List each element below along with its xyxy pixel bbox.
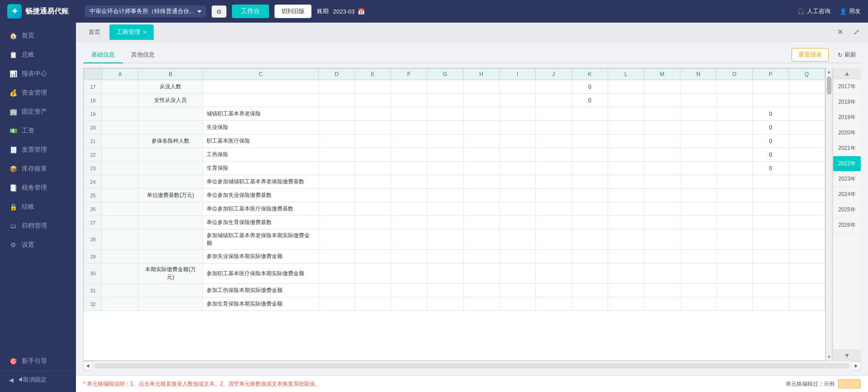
year-scroll-up-button[interactable]: ▲ bbox=[833, 68, 861, 79]
cell-30-c[interactable]: 参加职工基本医疗保险本期实际缴费金额 bbox=[203, 263, 319, 284]
cell-17-a[interactable] bbox=[102, 80, 138, 94]
cell-26-k[interactable] bbox=[571, 202, 608, 216]
cell-31-k[interactable] bbox=[571, 284, 608, 297]
calendar-icon[interactable]: 📅 bbox=[358, 8, 365, 15]
cell-26-d[interactable] bbox=[318, 202, 354, 216]
cell-22-f[interactable] bbox=[391, 148, 427, 162]
cell-18-a[interactable] bbox=[102, 94, 138, 107]
cell-28-m[interactable] bbox=[644, 229, 680, 250]
cell-21-c[interactable]: 职工基本医疗保险 bbox=[203, 134, 319, 148]
cell-26-b[interactable] bbox=[138, 202, 203, 216]
cell-26-m[interactable] bbox=[644, 202, 680, 216]
cell-18-f[interactable] bbox=[391, 94, 427, 107]
sidebar-item-asset[interactable]: 🏢 固定资产 bbox=[0, 102, 76, 121]
cell-18-j[interactable] bbox=[535, 94, 571, 107]
cell-20-q[interactable] bbox=[788, 121, 825, 134]
cell-27-i[interactable] bbox=[499, 216, 535, 229]
cell-22-a[interactable] bbox=[102, 148, 138, 162]
cell-28-f[interactable] bbox=[391, 229, 427, 250]
cell-17-h[interactable] bbox=[463, 80, 499, 94]
cell-28-n[interactable] bbox=[680, 229, 716, 250]
cell-23-o[interactable] bbox=[716, 162, 752, 175]
cell-18-b[interactable]: 女性从业人员 bbox=[138, 94, 203, 107]
cell-32-c[interactable]: 参加生育保险本期实际缴费金额 bbox=[203, 297, 319, 311]
cell-28-i[interactable] bbox=[499, 229, 535, 250]
tab-close-icon[interactable]: × bbox=[143, 29, 146, 36]
cell-19-k[interactable] bbox=[571, 107, 608, 121]
cell-28-l[interactable] bbox=[608, 229, 644, 250]
cell-28-b[interactable] bbox=[138, 229, 203, 250]
cell-22-h[interactable] bbox=[463, 148, 499, 162]
cell-24-q[interactable] bbox=[788, 175, 825, 189]
cell-25-j[interactable] bbox=[535, 189, 571, 202]
cell-24-h[interactable] bbox=[463, 175, 499, 189]
cell-18-d[interactable] bbox=[318, 94, 354, 107]
cell-23-f[interactable] bbox=[391, 162, 427, 175]
cell-27-b[interactable] bbox=[138, 216, 203, 229]
scroll-thumb[interactable] bbox=[827, 76, 831, 95]
cell-25-d[interactable] bbox=[318, 189, 354, 202]
cell-32-l[interactable] bbox=[608, 297, 644, 311]
cell-24-d[interactable] bbox=[318, 175, 354, 189]
cell-28-o[interactable] bbox=[716, 229, 752, 250]
cell-22-k[interactable] bbox=[571, 148, 608, 162]
cell-27-j[interactable] bbox=[535, 216, 571, 229]
cell-21-h[interactable] bbox=[463, 134, 499, 148]
cell-29-l[interactable] bbox=[608, 250, 644, 263]
cell-22-q[interactable] bbox=[788, 148, 825, 162]
cell-21-o[interactable] bbox=[716, 134, 752, 148]
cell-30-m[interactable] bbox=[644, 263, 680, 284]
cell-30-i[interactable] bbox=[499, 263, 535, 284]
cell-23-h[interactable] bbox=[463, 162, 499, 175]
cell-30-p[interactable] bbox=[752, 263, 788, 284]
cell-26-h[interactable] bbox=[463, 202, 499, 216]
year-item-2020[interactable]: 2020年 bbox=[833, 125, 861, 141]
cell-19-j[interactable] bbox=[535, 107, 571, 121]
sidebar-item-tax[interactable]: 📑 税务管理 bbox=[0, 178, 76, 197]
horizontal-scrollbar[interactable]: ◄ ► bbox=[83, 361, 861, 370]
cell-30-f[interactable] bbox=[391, 263, 427, 284]
cell-28-q[interactable] bbox=[788, 229, 825, 250]
cell-21-m[interactable] bbox=[644, 134, 680, 148]
cell-19-q[interactable] bbox=[788, 107, 825, 121]
cell-31-c[interactable]: 参加工伤保险本期实际缴费金额 bbox=[203, 284, 319, 297]
cell-24-l[interactable] bbox=[608, 175, 644, 189]
cell-31-o[interactable] bbox=[716, 284, 752, 297]
cell-25-k[interactable] bbox=[571, 189, 608, 202]
cell-28-c[interactable]: 参加城镇职工基本养老保险本期实际缴费金额 bbox=[203, 229, 319, 250]
year-item-2019[interactable]: 2019年 bbox=[833, 110, 861, 125]
reset-report-button[interactable]: 重置报表 bbox=[792, 48, 829, 62]
cell-27-g[interactable] bbox=[427, 216, 463, 229]
sidebar-collapse-button[interactable]: ◀ ◀取消固定 bbox=[0, 371, 76, 388]
cell-30-a[interactable] bbox=[102, 263, 138, 284]
cell-18-g[interactable] bbox=[427, 94, 463, 107]
cell-20-m[interactable] bbox=[644, 121, 680, 134]
cell-32-a[interactable] bbox=[102, 297, 138, 311]
user-button[interactable]: 👤 用友 bbox=[840, 7, 861, 15]
cell-25-i[interactable] bbox=[499, 189, 535, 202]
cell-25-p[interactable] bbox=[752, 189, 788, 202]
cell-19-e[interactable] bbox=[354, 107, 391, 121]
cell-20-l[interactable] bbox=[608, 121, 644, 134]
cell-20-g[interactable] bbox=[427, 121, 463, 134]
cell-31-l[interactable] bbox=[608, 284, 644, 297]
cell-32-i[interactable] bbox=[499, 297, 535, 311]
cell-29-q[interactable] bbox=[788, 250, 825, 263]
cell-29-g[interactable] bbox=[427, 250, 463, 263]
cell-25-f[interactable] bbox=[391, 189, 427, 202]
cell-23-g[interactable] bbox=[427, 162, 463, 175]
cell-20-k[interactable] bbox=[571, 121, 608, 134]
cell-24-j[interactable] bbox=[535, 175, 571, 189]
cell-19-h[interactable] bbox=[463, 107, 499, 121]
cell-18-c[interactable] bbox=[203, 94, 319, 107]
cell-19-n[interactable] bbox=[680, 107, 716, 121]
cell-18-m[interactable] bbox=[644, 94, 680, 107]
cell-31-a[interactable] bbox=[102, 284, 138, 297]
cell-24-f[interactable] bbox=[391, 175, 427, 189]
cell-32-k[interactable] bbox=[571, 297, 608, 311]
cell-32-m[interactable] bbox=[644, 297, 680, 311]
cell-20-i[interactable] bbox=[499, 121, 535, 134]
scroll-track[interactable] bbox=[94, 363, 850, 368]
cell-26-j[interactable] bbox=[535, 202, 571, 216]
cell-24-m[interactable] bbox=[644, 175, 680, 189]
